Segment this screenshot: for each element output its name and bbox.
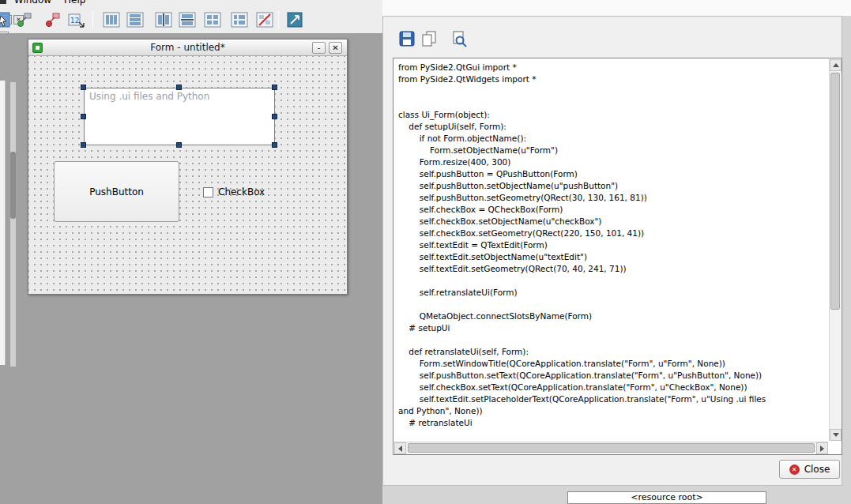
- layout-vertical-icon[interactable]: [125, 9, 145, 30]
- layout-grid-icon[interactable]: [202, 9, 223, 30]
- horizontal-scrollbar[interactable]: [394, 442, 828, 453]
- menu-fragment-icon: [0, 0, 6, 4]
- vertical-scrollbar[interactable]: [829, 59, 841, 441]
- scroll-right-icon[interactable]: [816, 442, 828, 454]
- edit-widgets-icon[interactable]: [0, 9, 13, 30]
- textedit-placeholder: Using .ui files and Python: [85, 88, 274, 104]
- selection-handle-sw[interactable]: [81, 142, 86, 148]
- dialog-top-strip: [382, 0, 851, 16]
- pushbutton-widget[interactable]: PushButton: [54, 161, 179, 222]
- qt-designer-screen: Window Help ❐ ✕ 12: [0, 0, 851, 504]
- dock-scrollbar-thumb[interactable]: [10, 152, 16, 219]
- vertical-scrollbar-thumb[interactable]: [830, 73, 840, 310]
- scroll-down-icon[interactable]: [830, 429, 842, 441]
- selection-handle-s[interactable]: [176, 142, 182, 148]
- scroll-left-icon[interactable]: [394, 442, 406, 454]
- edit-buddies-icon[interactable]: [43, 9, 63, 30]
- dock-scrollbar-track[interactable]: [10, 82, 16, 367]
- dialog-close-button[interactable]: ✕ Close: [779, 460, 840, 479]
- edit-signals-slots-icon[interactable]: [14, 9, 35, 30]
- selection-handle-w[interactable]: [81, 114, 86, 119]
- selection-handle-nw[interactable]: [81, 85, 86, 90]
- resource-root-label: <resource root>: [631, 492, 703, 502]
- find-icon[interactable]: [450, 29, 469, 48]
- form-title: Form - untitled*: [28, 42, 347, 53]
- checkbox-label: CheckBox: [218, 186, 265, 197]
- resource-root-header[interactable]: <resource root>: [567, 491, 766, 504]
- selection-handle-se[interactable]: [272, 142, 277, 148]
- form-titlebar[interactable]: Form - untitled* - ✕: [28, 39, 347, 56]
- selection-handle-ne[interactable]: [272, 85, 277, 90]
- close-button[interactable]: ✕: [329, 42, 342, 54]
- form-window: Form - untitled* - ✕ Using .ui files and…: [28, 39, 348, 295]
- menu-window[interactable]: Window: [9, 0, 56, 6]
- edit-tab-order-icon[interactable]: 12: [66, 9, 87, 30]
- right-region: from PySide2.QtGui import * from PySide2…: [382, 16, 851, 504]
- horizontal-scrollbar-thumb[interactable]: [408, 443, 815, 453]
- toolbar-separator: [92, 11, 93, 28]
- form-canvas[interactable]: Using .ui files and Python PushButton: [28, 56, 347, 294]
- checkbox-box[interactable]: [203, 187, 213, 197]
- adjust-size-icon[interactable]: [284, 9, 305, 30]
- main-toolbar: 12: [0, 8, 382, 33]
- pushbutton-label: PushButton: [89, 186, 144, 197]
- minimize-button[interactable]: -: [312, 42, 326, 54]
- break-layout-icon[interactable]: [254, 9, 275, 30]
- scroll-up-icon[interactable]: [830, 59, 842, 71]
- menubar: Window Help: [0, 0, 382, 7]
- save-icon[interactable]: [397, 29, 416, 48]
- close-circle-icon: ✕: [789, 465, 800, 475]
- layout-form-icon[interactable]: [229, 9, 250, 30]
- layout-horizontal-icon[interactable]: [101, 9, 122, 30]
- close-button-label: Close: [804, 464, 830, 475]
- selection-handle-e[interactable]: [272, 114, 277, 119]
- textedit-widget[interactable]: Using .ui files and Python: [84, 88, 275, 145]
- view-code-dialog: from PySide2.QtGui import * from PySide2…: [382, 16, 842, 486]
- toolbar-separator: [278, 11, 279, 28]
- dock-panel-edge: [0, 81, 6, 365]
- svg-text:12: 12: [70, 17, 79, 24]
- layout-splitter-vertical-icon[interactable]: [177, 9, 198, 30]
- selection-handle-n[interactable]: [176, 85, 182, 90]
- copy-icon[interactable]: [420, 29, 439, 48]
- mdi-area: Form - untitled* - ✕ Using .ui files and…: [0, 33, 382, 504]
- checkbox-widget[interactable]: CheckBox: [203, 185, 265, 199]
- code-text[interactable]: from PySide2.QtGui import * from PySide2…: [398, 62, 826, 438]
- code-viewer[interactable]: from PySide2.QtGui import * from PySide2…: [393, 58, 842, 455]
- menu-help[interactable]: Help: [59, 0, 90, 6]
- layout-splitter-horizontal-icon[interactable]: [153, 9, 174, 30]
